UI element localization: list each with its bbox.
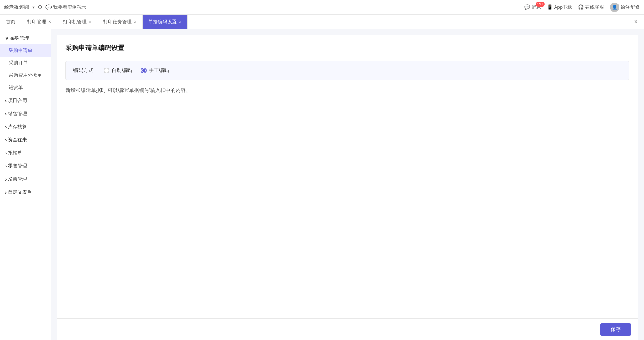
sidebar-group-retail: › 零售管理 [0,160,51,172]
content-inner: 采购申请单编码设置 编码方式 自动编码 手工编码 新增和编辑单据时,可以编辑'单… [57,35,638,318]
manual-coding-label: 手工编码 [149,67,169,74]
sidebar-item-purchase-expense-label: 采购费用分摊单 [9,72,42,78]
sidebar-group-purchase-title[interactable]: ∨ 采购管理 [0,32,51,44]
user-menu[interactable]: 👤 徐泽华修 [610,3,640,12]
sidebar: ∨ 采购管理 采购申请单 采购订单 采购费用分摊单 进货单 › 项目合同 [0,29,51,340]
chevron-right-icon-3: › [5,124,7,130]
sidebar-item-purchase-order[interactable]: 采购订单 [0,57,51,69]
close-icon: ✕ [633,18,638,25]
brand-label: 给老板勿割! [4,4,29,11]
service-icon: 🎧 [578,4,584,10]
tab-print-mgmt-label: 打印管理 [27,19,46,25]
sidebar-item-purchase-request[interactable]: 采购申请单 [0,44,51,57]
sidebar-group-funds-title[interactable]: › 资金往来 [0,134,51,146]
sidebar-group-retail-title[interactable]: › 零售管理 [0,160,51,172]
sidebar-item-inbound-label: 进货单 [9,85,23,90]
sidebar-group-project-contract-title[interactable]: › 项目合同 [0,94,51,107]
info-text: 新增和编辑单据时,可以编辑'单据编号'输入框中的内容。 [65,87,629,94]
chevron-right-icon: › [5,98,7,104]
sidebar-group-custom-forms-label: 自定义表单 [8,189,32,195]
main-layout: ∨ 采购管理 采购申请单 采购订单 采购费用分摊单 进货单 › 项目合同 [0,29,644,340]
tab-bar: 首页 打印管理 × 打印机管理 × 打印任务管理 × 单据编码设置 × ✕ [0,15,644,29]
coding-label: 编码方式 [73,67,93,74]
sidebar-group-returns-title[interactable]: › 报销单 [0,147,51,159]
global-close-button[interactable]: ✕ [628,15,644,29]
tab-home[interactable]: 首页 [0,15,21,29]
gear-icon[interactable]: ⚙ [37,4,43,11]
tab-printer-mgmt-label: 打印机管理 [63,19,87,25]
message-button[interactable]: 💬 消息 99 [524,4,541,11]
user-icon: 👤 [612,5,617,10]
page-title: 采购申请单编码设置 [65,44,629,52]
demo-label: 我要看实例演示 [53,4,86,11]
chevron-right-icon-2: › [5,111,7,117]
sidebar-group-returns: › 报销单 [0,147,51,159]
tab-printer-mgmt[interactable]: 打印机管理 × [57,15,97,29]
radio-group: 自动编码 手工编码 [104,67,169,74]
sidebar-group-custom-forms: › 自定义表单 [0,186,51,198]
sidebar-item-purchase-expense[interactable]: 采购费用分摊单 [0,69,51,81]
sidebar-item-purchase-request-label: 采购申请单 [9,48,32,53]
sidebar-group-sales: › 销售管理 [0,108,51,120]
sidebar-group-invoice-title[interactable]: › 发票管理 [0,173,51,185]
chevron-right-icon-5: › [5,150,7,156]
avatar: 👤 [610,3,619,12]
sidebar-group-inventory: › 库存核算 [0,121,51,133]
tab-print-mgmt[interactable]: 打印管理 × [21,15,57,29]
content-footer: 保存 [57,318,638,340]
sidebar-group-purchase-label: 采购管理 [10,35,29,41]
sidebar-group-invoice-label: 发票管理 [8,176,27,182]
sidebar-group-purchase: ∨ 采购管理 采购申请单 采购订单 采购费用分摊单 进货单 [0,32,51,94]
tab-print-task-mgmt[interactable]: 打印任务管理 × [97,15,143,29]
sidebar-item-inbound[interactable]: 进货单 [0,81,51,94]
tab-print-task-mgmt-close[interactable]: × [134,19,136,24]
chevron-right-icon-6: › [5,163,7,169]
top-bar: 给老板勿割! ▾ ⚙ 💬 我要看实例演示 💬 消息 99 📱 App下载 🎧 在… [0,0,644,15]
sidebar-group-sales-title[interactable]: › 销售管理 [0,108,51,120]
tab-printer-mgmt-close[interactable]: × [89,19,91,24]
radio-manual-coding-circle [141,68,147,73]
app-icon: 📱 [547,4,553,10]
online-service-label: 在线客服 [585,4,604,11]
auto-coding-label: 自动编码 [112,67,132,74]
sidebar-group-retail-label: 零售管理 [8,163,27,169]
sidebar-group-project-contract-label: 项目合同 [8,97,27,104]
chevron-down-icon: ∨ [5,36,9,41]
sidebar-group-inventory-label: 库存核算 [8,124,27,130]
user-name: 徐泽华修 [621,4,640,11]
demo-icon: 💬 [45,4,52,10]
tab-print-mgmt-close[interactable]: × [48,19,51,24]
coding-section: 编码方式 自动编码 手工编码 [65,61,629,80]
sidebar-group-funds: › 资金往来 [0,134,51,146]
chevron-right-icon-8: › [5,190,7,195]
sidebar-group-returns-label: 报销单 [8,150,22,156]
chevron-right-icon-7: › [5,177,7,182]
sidebar-group-project-contract: › 项目合同 [0,94,51,107]
save-button[interactable]: 保存 [600,323,631,336]
tab-print-task-mgmt-label: 打印任务管理 [103,19,132,25]
tab-single-code-setting[interactable]: 单据编码设置 × [143,15,188,29]
radio-manual-coding[interactable]: 手工编码 [141,67,169,74]
tab-home-label: 首页 [6,19,15,25]
dropdown-icon[interactable]: ▾ [32,5,35,10]
sidebar-item-purchase-order-label: 采购订单 [9,60,28,65]
tab-single-code-close[interactable]: × [179,19,181,24]
chevron-right-icon-4: › [5,137,7,143]
top-bar-left: 给老板勿割! ▾ ⚙ 💬 我要看实例演示 [4,4,86,11]
content-area: 采购申请单编码设置 编码方式 自动编码 手工编码 新增和编辑单据时,可以编辑'单… [51,29,644,340]
message-icon: 💬 [524,4,530,10]
message-badge: 99 [536,2,545,7]
tab-single-code-label: 单据编码设置 [148,19,177,25]
sidebar-group-inventory-title[interactable]: › 库存核算 [0,121,51,133]
app-download-button[interactable]: 📱 App下载 [547,4,572,11]
app-download-label: App下载 [554,4,572,11]
sidebar-group-custom-forms-title[interactable]: › 自定义表单 [0,186,51,198]
demo-link[interactable]: 💬 我要看实例演示 [45,4,86,11]
sidebar-group-invoice: › 发票管理 [0,173,51,185]
radio-auto-coding-circle [104,68,109,73]
top-bar-right: 💬 消息 99 📱 App下载 🎧 在线客服 👤 徐泽华修 [524,3,640,12]
sidebar-group-sales-label: 销售管理 [8,110,27,117]
radio-auto-coding[interactable]: 自动编码 [104,67,132,74]
online-service-button[interactable]: 🎧 在线客服 [578,4,604,11]
sidebar-group-funds-label: 资金往来 [8,137,27,143]
